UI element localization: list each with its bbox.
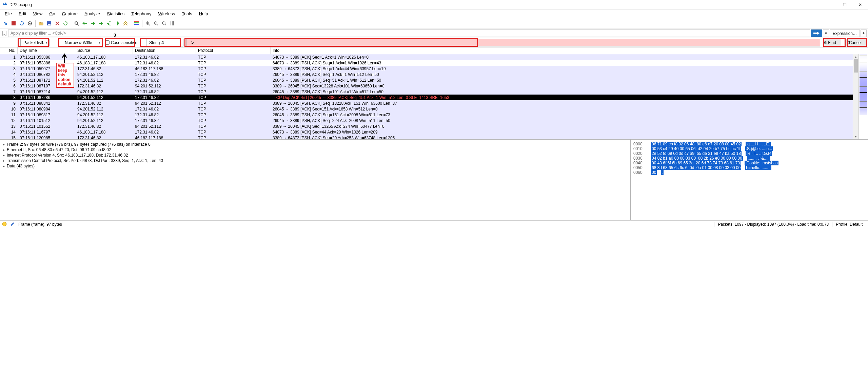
auto-scroll-icon[interactable]	[121, 19, 130, 27]
start-capture-icon[interactable]	[1, 19, 9, 27]
menu-edit[interactable]: Edit	[15, 10, 29, 18]
zoom-reset-icon[interactable]	[160, 19, 168, 27]
packet-row[interactable]: 707:16:11.08721494.201.52.112172.31.46.8…	[0, 89, 868, 95]
menu-view[interactable]: View	[29, 10, 46, 18]
tree-item[interactable]: ▸Ethernet II, Src: 06:48:80:e6:d7:20, Ds…	[3, 147, 627, 152]
apply-filter-button[interactable]	[811, 29, 822, 37]
hex-row[interactable]: 004000 43 6f 6f 6b 69 65 3a 20 6d 73 74 …	[633, 161, 865, 165]
find-charset-select[interactable]: Narrow & Wide	[62, 39, 102, 46]
col-header-no[interactable]: No.	[0, 47, 18, 54]
col-header-protocol[interactable]: Protocol	[196, 47, 271, 54]
packet-row[interactable]: 1207:16:11.10151294.201.52.112172.31.46.…	[0, 118, 868, 123]
menu-tools[interactable]: Tools	[178, 10, 195, 18]
resize-columns-icon[interactable]	[168, 19, 176, 27]
reload-icon[interactable]	[61, 19, 70, 27]
display-filter-input[interactable]	[8, 29, 810, 37]
tree-item[interactable]: ▸Transmission Control Protocol, Src Port…	[3, 158, 627, 163]
packet-row[interactable]: 107:16:11.05388646.183.117.188172.31.46.…	[0, 54, 868, 60]
col-header-info[interactable]: Info	[271, 47, 868, 54]
find-scope-select[interactable]: Packet list	[20, 39, 50, 46]
menu-go[interactable]: Go	[46, 10, 58, 18]
close-file-icon[interactable]	[53, 19, 61, 27]
bookmark-icon[interactable]	[1, 30, 7, 36]
packet-row[interactable]: 407:16:11.08678294.201.52.112172.31.46.8…	[0, 72, 868, 77]
tree-item[interactable]: ▸Frame 2: 97 bytes on wire (776 bits), 9…	[3, 142, 627, 147]
packet-row[interactable]: 1307:16:11.101552172.31.46.8294.201.52.1…	[0, 123, 868, 129]
packet-row[interactable]: 1007:16:11.08898494.201.52.112172.31.46.…	[0, 106, 868, 112]
packet-row[interactable]: 307:16:11.059077172.31.46.8246.183.117.1…	[0, 66, 868, 72]
packet-row[interactable]: 607:16:11.087197172.31.46.8294.201.52.11…	[0, 83, 868, 89]
maximize-button[interactable]: ❐	[837, 0, 852, 9]
statusbar-left: Frame (frame), 97 bytes	[18, 222, 62, 227]
save-file-icon[interactable]	[45, 19, 53, 27]
colorize-icon[interactable]	[133, 19, 141, 27]
menu-telephony[interactable]: Telephony	[128, 10, 155, 18]
find-charset-value: Narrow & Wide	[65, 40, 92, 45]
hex-row[interactable]: 005068 3d 68 65 6c 6c 6f 0d 0a 01 00 08 …	[633, 165, 865, 170]
hex-row[interactable]: 001000 53 c4 29 40 00 65 06 d2 94 2e b7 …	[633, 146, 865, 151]
details-split: ▸Frame 2: 97 bytes on wire (776 bits), 9…	[0, 139, 868, 220]
packet-list-pane: No. Day Time Source Destination Protocol…	[0, 47, 868, 139]
expert-info-icon[interactable]	[2, 222, 7, 227]
restart-capture-icon[interactable]	[18, 19, 26, 27]
capture-options-icon[interactable]	[26, 19, 34, 27]
packet-row[interactable]: 1107:16:11.08981794.201.52.112172.31.46.…	[0, 112, 868, 118]
find-search-input[interactable]	[186, 39, 820, 46]
packet-row[interactable]: 1507:16:11.120985172.31.46.8246.183.117.…	[0, 135, 868, 139]
packet-row[interactable]: 207:16:11.05388646.183.117.188172.31.46.…	[0, 60, 868, 66]
svg-rect-0	[12, 21, 16, 25]
packet-list-scrollbar[interactable]: ▴ ▾	[853, 54, 859, 139]
col-header-source[interactable]: Source	[75, 47, 133, 54]
goto-last-icon[interactable]	[113, 19, 121, 27]
filter-bar: ▾ Expression… +	[0, 28, 868, 38]
menu-capture[interactable]: Capture	[59, 10, 81, 18]
packet-row[interactable]: 807:16:11.08728694.201.52.112172.31.46.8…	[0, 95, 868, 100]
packet-row[interactable]: 907:16:11.088342172.31.46.8294.201.52.11…	[0, 100, 868, 106]
add-filter-button[interactable]: +	[861, 29, 867, 37]
menu-wireless[interactable]: Wireless	[155, 10, 179, 18]
packet-list-body[interactable]: 107:16:11.05388646.183.117.188172.31.46.…	[0, 54, 868, 139]
col-header-destination[interactable]: Destination	[133, 47, 196, 54]
go-back-icon[interactable]	[81, 19, 89, 27]
svg-point-5	[75, 22, 78, 24]
menu-help[interactable]: Help	[196, 10, 212, 18]
find-button[interactable]: Find	[823, 39, 841, 46]
tree-item[interactable]: ▸Data (43 bytes)	[3, 163, 627, 169]
zoom-in-icon[interactable]	[144, 19, 152, 27]
tree-item[interactable]: ▸Internet Protocol Version 4, Src: 46.18…	[3, 152, 627, 158]
goto-packet-icon[interactable]	[97, 19, 105, 27]
minimize-button[interactable]: ─	[821, 0, 837, 9]
svg-point-14	[2, 222, 6, 226]
hex-row[interactable]: 006000.	[633, 170, 865, 175]
packet-details-tree[interactable]: ▸Frame 2: 97 bytes on wire (776 bits), 9…	[0, 140, 631, 220]
col-header-daytime[interactable]: Day Time	[18, 47, 75, 54]
hex-row[interactable]: 003004 02 b1 a0 00 00 03 00 00 2b 26 e0 …	[633, 156, 865, 161]
menu-file[interactable]: File	[1, 10, 15, 18]
find-type-value: String	[149, 40, 160, 45]
hex-row[interactable]: 000006 71 09 cb f8 02 06 48 80 e6 d7 20 …	[633, 142, 865, 146]
hex-row[interactable]: 00202e 52 fd 69 0d 3d c7 a9 b5 de 21 e9 …	[633, 151, 865, 156]
packet-minimap[interactable]	[859, 54, 868, 139]
statusbar-profile[interactable]: Profile: Default	[832, 222, 866, 227]
zoom-out-icon[interactable]	[152, 19, 160, 27]
packet-row[interactable]: 1407:16:11.11679746.183.117.188172.31.46…	[0, 129, 868, 135]
close-button[interactable]: ✕	[852, 0, 868, 9]
go-forward-icon[interactable]	[89, 19, 97, 27]
menu-statistics[interactable]: Statistics	[103, 10, 128, 18]
find-type-select[interactable]: String	[146, 39, 183, 46]
stop-capture-icon[interactable]	[9, 19, 18, 27]
window-title: DP2.pcapng	[9, 2, 32, 7]
edit-capture-comment-icon[interactable]	[10, 222, 16, 227]
cancel-button[interactable]: Cancel	[844, 39, 867, 46]
goto-first-icon[interactable]	[105, 19, 113, 27]
case-sensitive-checkbox[interactable]: Case sensitive	[105, 40, 137, 45]
menu-analyze[interactable]: Analyze	[81, 10, 103, 18]
find-packet-icon[interactable]	[73, 19, 81, 27]
packet-bytes-hex[interactable]: 000006 71 09 cb f8 02 06 48 80 e6 d7 20 …	[631, 140, 868, 220]
packet-list-header: No. Day Time Source Destination Protocol…	[0, 47, 868, 54]
open-file-icon[interactable]	[37, 19, 45, 27]
expression-button[interactable]: Expression…	[830, 29, 860, 37]
filter-history-dropdown[interactable]: ▾	[823, 29, 829, 37]
packet-row[interactable]: 507:16:11.08717294.201.52.112172.31.46.8…	[0, 77, 868, 83]
case-sensitive-input[interactable]	[105, 40, 110, 45]
